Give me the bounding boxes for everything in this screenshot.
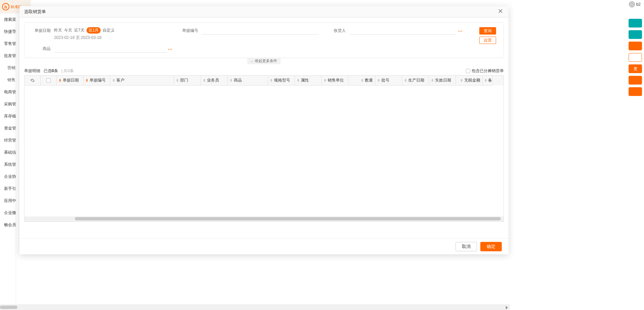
receiver-input[interactable] — [349, 27, 457, 35]
col-label: 业务员 — [207, 78, 219, 83]
sort-icon[interactable] — [112, 79, 115, 83]
col-label: 部门 — [180, 78, 188, 83]
date-filter-field: 单据日期 昨天 今天 近7天 近1月 自定义 2023-02-18 至 2023… — [31, 27, 178, 41]
col-sales[interactable]: 业务员 — [201, 75, 228, 86]
col-label: 生产日期 — [408, 78, 424, 83]
col-label: 失效日期 — [435, 78, 451, 83]
col-batch[interactable]: 批号 — [375, 75, 402, 86]
table-header: 单据日期单据编号客户部门业务员商品规格型号属性销售单位数量批号生产日期失效日期无… — [24, 75, 503, 86]
col-spec[interactable]: 规格型号 — [268, 75, 295, 86]
sort-icon[interactable] — [377, 79, 380, 83]
gear-icon[interactable] — [30, 78, 35, 83]
table-body-empty — [24, 86, 503, 216]
col-mfg[interactable]: 生产日期 — [402, 75, 429, 86]
modal-footer: 取消 确定 — [19, 238, 508, 254]
col-label: 数量 — [365, 78, 373, 83]
modal-backdrop: 选取销货单 查询 设置 单据日期 昨天 今天 — [0, 0, 644, 310]
col-label: 备 — [488, 78, 492, 83]
select-sales-order-modal: 选取销货单 查询 设置 单据日期 昨天 今天 — [19, 6, 508, 254]
close-icon[interactable] — [497, 6, 504, 17]
col-attr[interactable]: 属性 — [295, 75, 322, 86]
selected-count: 已选0条 — [44, 68, 58, 74]
sort-icon[interactable] — [485, 79, 487, 83]
settings-button[interactable]: 设置 — [479, 37, 496, 44]
col-label: 单据日期 — [63, 78, 79, 83]
header-checkbox-icon[interactable] — [46, 78, 51, 83]
col-label: 销售单位 — [328, 78, 344, 83]
sort-icon[interactable] — [176, 79, 179, 83]
col-dept[interactable]: 部门 — [174, 75, 201, 86]
col-unit[interactable]: 销售单位 — [322, 75, 348, 86]
date-pick-custom[interactable]: 自定义 — [103, 28, 115, 33]
filter-panel: 查询 设置 单据日期 昨天 今天 近7天 近1月 自定义 — [24, 22, 504, 58]
subheader: 单据明细 已选0条 | 共0条 包含已分摊销货单 — [24, 68, 504, 74]
col-no[interactable]: 单据编号 — [84, 75, 110, 86]
col-label: 无税金额 — [464, 78, 480, 83]
receiver-label: 收货人 — [326, 27, 349, 34]
sort-icon[interactable] — [324, 79, 326, 83]
modal-title: 选取销货单 — [24, 6, 46, 17]
search-button[interactable]: 查询 — [479, 27, 496, 35]
product-input[interactable] — [54, 45, 166, 53]
results-table: 单据日期单据编号客户部门业务员商品规格型号属性销售单位数量批号生产日期失效日期无… — [24, 75, 504, 216]
date-pick-today[interactable]: 今天 — [64, 28, 72, 33]
sort-icon[interactable] — [230, 79, 232, 83]
modal-body: 查询 设置 单据日期 昨天 今天 近7天 近1月 自定义 — [19, 17, 508, 238]
include-split-checkbox[interactable]: 包含已分摊销货单 — [466, 68, 504, 74]
checkbox-icon — [466, 69, 470, 73]
receiver-filter-field: 收货人 … — [326, 27, 473, 35]
col-rem[interactable]: 备 — [483, 75, 493, 86]
product-filter-field: 商品 … — [31, 45, 178, 53]
col-amt[interactable]: 无税金额 — [456, 75, 483, 86]
col-exp[interactable]: 失效日期 — [429, 75, 456, 86]
date-label: 单据日期 — [31, 27, 54, 34]
date-pick-last7[interactable]: 近7天 — [74, 28, 85, 33]
col-qty[interactable]: 数量 — [348, 75, 375, 86]
doc-no-label: 单据编号 — [178, 27, 202, 34]
col-label: 单据编号 — [90, 78, 106, 83]
sort-icon[interactable] — [297, 79, 300, 83]
col-label: 批号 — [381, 78, 389, 83]
col-label: 属性 — [301, 78, 309, 83]
date-pick-yesterday[interactable]: 昨天 — [54, 28, 62, 33]
col-label: 商品 — [234, 78, 242, 83]
col-prod[interactable]: 商品 — [228, 75, 268, 86]
ok-button[interactable]: 确定 — [480, 242, 502, 251]
sort-icon[interactable] — [270, 79, 273, 83]
collapse-label: 收起更多条件 — [255, 59, 277, 63]
table-scroll-thumb[interactable] — [75, 217, 501, 220]
col-label: 规格型号 — [274, 78, 290, 83]
doc-no-input[interactable] — [202, 27, 319, 35]
sort-icon[interactable] — [431, 79, 434, 83]
product-label: 商品 — [31, 45, 54, 52]
sort-icon[interactable] — [460, 79, 463, 83]
date-range-text: 2023-02-18 至 2023-03-18 — [54, 35, 115, 41]
sort-icon[interactable] — [86, 79, 88, 83]
date-pick-last1m[interactable]: 近1月 — [87, 27, 101, 34]
total-count: | 共0条 — [61, 68, 74, 74]
cancel-button[interactable]: 取消 — [455, 242, 477, 251]
receiver-more-icon[interactable]: … — [457, 27, 464, 33]
sort-icon[interactable] — [59, 79, 61, 83]
include-split-label: 包含已分摊销货单 — [472, 68, 504, 74]
col-chk[interactable] — [41, 75, 57, 86]
col-gear[interactable] — [24, 75, 41, 86]
collapse-filters-button[interactable]: ︽ 收起更多条件 — [248, 58, 280, 64]
col-cust[interactable]: 客户 — [110, 75, 174, 86]
sort-icon[interactable] — [203, 79, 206, 83]
filter-buttons-col: 查询 设置 — [479, 27, 496, 44]
table-horizontal-scrollbar[interactable] — [24, 216, 504, 222]
sort-icon[interactable] — [361, 79, 364, 83]
col-label: 客户 — [116, 78, 124, 83]
modal-header: 选取销货单 — [19, 6, 508, 17]
sort-icon[interactable] — [404, 79, 407, 83]
doc-no-filter-field: 单据编号 — [178, 27, 326, 35]
subheader-tab[interactable]: 单据明细 — [24, 68, 40, 74]
product-more-icon[interactable]: … — [166, 45, 174, 51]
col-date[interactable]: 单据日期 — [57, 75, 84, 86]
